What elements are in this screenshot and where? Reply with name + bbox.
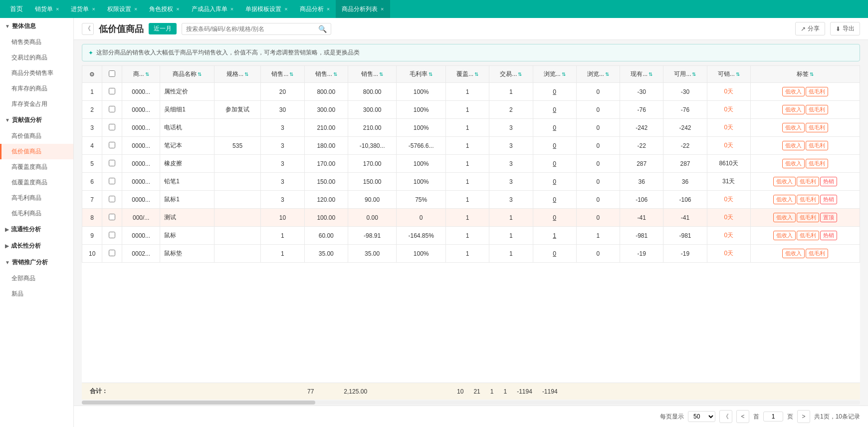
row-view1[interactable]: 0 — [533, 209, 576, 227]
row-view1[interactable]: 0 — [533, 155, 576, 173]
col-coverage[interactable]: 覆盖...⇅ — [445, 66, 489, 83]
view1-link[interactable]: 0 — [553, 196, 556, 203]
row-select-checkbox[interactable] — [109, 160, 115, 166]
row-view1[interactable]: 0 — [533, 137, 576, 155]
col-sale-amount[interactable]: 销售...⇅ — [304, 66, 348, 83]
select-all-checkbox[interactable] — [109, 70, 115, 77]
sidebar-group-overall[interactable]: ▼ 整体信息 — [0, 18, 73, 34]
row-select-checkbox[interactable] — [109, 232, 115, 238]
search-input[interactable] — [186, 25, 316, 32]
close-icon[interactable]: × — [176, 6, 179, 12]
view1-link[interactable]: 0 — [553, 124, 556, 131]
table-container[interactable]: ⚙ 商...⇅ 商品名称⇅ 规格...⇅ 销售...⇅ 销售...⇅ 销售...… — [82, 65, 860, 383]
close-icon[interactable]: × — [134, 6, 137, 12]
view1-link[interactable]: 0 — [553, 214, 556, 221]
nav-sales[interactable]: 销货单 × — [29, 0, 65, 18]
row-view1[interactable]: 1 — [533, 227, 576, 245]
row-checkbox[interactable] — [102, 101, 122, 119]
row-view1[interactable]: 0 — [533, 191, 576, 209]
row-checkbox[interactable] — [102, 83, 122, 101]
scrollbar-thumb[interactable] — [82, 401, 315, 405]
close-icon[interactable]: × — [230, 6, 233, 12]
view1-link[interactable]: 0 — [553, 88, 556, 95]
col-sale-qty[interactable]: 销售...⇅ — [261, 66, 304, 83]
close-icon[interactable]: × — [284, 6, 287, 12]
row-view1[interactable]: 0 — [533, 245, 576, 263]
col-name[interactable]: 商品名称⇅ — [160, 66, 215, 83]
row-select-checkbox[interactable] — [109, 196, 115, 202]
sidebar-item-inventory-capital[interactable]: 库存资金占用 — [0, 96, 73, 112]
row-view1[interactable]: 0 — [533, 83, 576, 101]
row-select-checkbox[interactable] — [109, 214, 115, 220]
sidebar-item-high-value[interactable]: 高价值商品 — [0, 128, 73, 144]
row-view1[interactable]: 0 — [533, 101, 576, 119]
col-checkbox[interactable] — [102, 66, 122, 83]
view1-link[interactable]: 0 — [553, 160, 556, 167]
row-checkbox[interactable] — [102, 191, 122, 209]
next-page-button[interactable]: > — [797, 410, 810, 423]
row-view1[interactable]: 0 — [533, 173, 576, 191]
sidebar-item-all-goods[interactable]: 全部商品 — [0, 271, 73, 286]
close-icon[interactable]: × — [92, 6, 95, 12]
row-select-checkbox[interactable] — [109, 142, 115, 148]
col-view2[interactable]: 浏览...⇅ — [576, 66, 620, 83]
view1-link[interactable]: 1 — [553, 232, 556, 239]
row-select-checkbox[interactable] — [109, 178, 115, 184]
nav-purchase[interactable]: 进货单 × — [65, 0, 101, 18]
search-icon[interactable]: 🔍 — [318, 25, 327, 33]
nav-product-in[interactable]: 产成品入库单 × — [186, 0, 239, 18]
prev-page-button[interactable]: < — [736, 410, 749, 423]
view1-link[interactable]: 0 — [553, 106, 556, 113]
sidebar-item-sales-goods[interactable]: 销售类商品 — [0, 34, 73, 50]
close-icon[interactable]: × — [327, 6, 330, 12]
view1-link[interactable]: 0 — [553, 142, 556, 149]
nav-template[interactable]: 单据模板设置 × — [239, 0, 293, 18]
col-available[interactable]: 可用...⇅ — [663, 66, 707, 83]
filter-button[interactable]: 近一月 — [149, 23, 177, 34]
col-tags[interactable]: 标签⇅ — [750, 66, 860, 83]
col-trade[interactable]: 交易...⇅ — [489, 66, 533, 83]
row-checkbox[interactable] — [102, 173, 122, 191]
close-icon[interactable]: × — [381, 6, 384, 12]
col-spec[interactable]: 规格...⇅ — [214, 66, 260, 83]
page-size-select[interactable]: 50 100 200 — [688, 411, 715, 422]
sidebar-item-new-goods[interactable]: 新品 — [0, 286, 73, 302]
sidebar-group-flow[interactable]: ▶ 流通性分析 — [0, 221, 73, 238]
row-checkbox[interactable] — [102, 155, 122, 173]
col-current[interactable]: 现有...⇅ — [620, 66, 663, 83]
row-checkbox[interactable] — [102, 209, 122, 227]
close-icon[interactable]: × — [56, 6, 59, 12]
col-salable[interactable]: 可销...⇅ — [707, 66, 750, 83]
export-button[interactable]: ⬇ 导出 — [830, 22, 860, 35]
col-code[interactable]: 商...⇅ — [122, 66, 160, 83]
col-sale-price[interactable]: 销售...⇅ — [348, 66, 397, 83]
collapse-button[interactable]: 《 — [82, 23, 94, 35]
row-view1[interactable]: 0 — [533, 119, 576, 137]
sidebar-item-low-value[interactable]: 低价值商品 — [0, 144, 73, 159]
page-number-input[interactable] — [763, 412, 783, 422]
row-select-checkbox[interactable] — [109, 88, 115, 94]
sidebar-item-traded-goods[interactable]: 交易过的商品 — [0, 50, 73, 65]
sidebar-group-contribution[interactable]: ▼ 贡献值分析 — [0, 112, 73, 128]
row-select-checkbox[interactable] — [109, 124, 115, 130]
row-select-checkbox[interactable] — [109, 250, 115, 256]
nav-roles[interactable]: 角色授权 × — [143, 0, 185, 18]
first-page-button[interactable]: 《 — [719, 410, 732, 423]
sidebar-group-growth[interactable]: ▶ 成长性分析 — [0, 238, 73, 254]
col-view1[interactable]: 浏览...⇅ — [533, 66, 576, 83]
row-checkbox[interactable] — [102, 245, 122, 263]
sidebar-group-marketing[interactable]: ▼ 营销推广分析 — [0, 254, 73, 271]
col-settings[interactable]: ⚙ — [82, 66, 102, 83]
sidebar-item-high-coverage[interactable]: 高覆盖度商品 — [0, 159, 73, 175]
sidebar-item-category-sales[interactable]: 商品分类销售率 — [0, 65, 73, 81]
share-button[interactable]: ↗ 分享 — [795, 22, 825, 35]
sidebar-item-high-margin[interactable]: 高毛利商品 — [0, 190, 73, 206]
sidebar-item-stock-goods[interactable]: 有库存的商品 — [0, 81, 73, 96]
nav-home[interactable]: 首页 — [4, 0, 29, 18]
nav-goods-analysis[interactable]: 商品分析 × — [294, 0, 336, 18]
sidebar-item-low-coverage[interactable]: 低覆盖度商品 — [0, 175, 73, 190]
row-checkbox[interactable] — [102, 227, 122, 245]
sidebar-item-low-margin[interactable]: 低毛利商品 — [0, 206, 73, 221]
col-gross-margin[interactable]: 毛利率⇅ — [397, 66, 446, 83]
nav-permissions[interactable]: 权限设置 × — [101, 0, 143, 18]
